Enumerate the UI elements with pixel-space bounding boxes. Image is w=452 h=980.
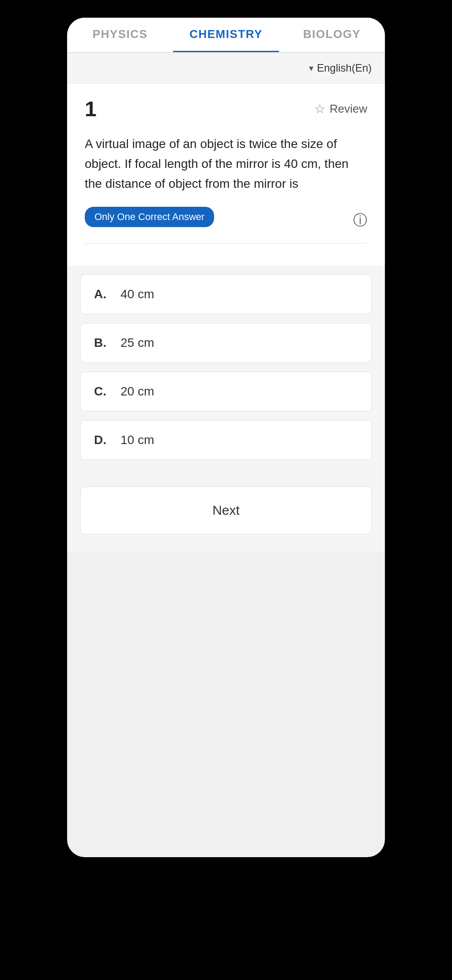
tab-biology[interactable]: BIOLOGY (279, 18, 385, 52)
option-a-label: A. (94, 287, 112, 301)
divider (85, 243, 367, 243)
question-container: 1 ☆ Review A virtual image of an object … (67, 84, 385, 266)
tab-bar: PHYSICS CHEMISTRY BIOLOGY (67, 18, 385, 53)
language-bar: ▾ English(En) (67, 53, 385, 84)
chevron-down-icon: ▾ (309, 63, 313, 73)
option-c[interactable]: C. 20 cm (80, 372, 372, 411)
info-icon[interactable]: ⓘ (353, 211, 367, 230)
option-d-label: D. (94, 433, 112, 447)
badge-row: Only One Correct Answer ⓘ (85, 207, 367, 234)
star-icon: ☆ (314, 102, 325, 116)
language-label: English(En) (317, 62, 372, 74)
language-selector[interactable]: ▾ English(En) (309, 62, 372, 74)
option-b[interactable]: B. 25 cm (80, 323, 372, 363)
question-number: 1 (85, 97, 97, 121)
option-a[interactable]: A. 40 cm (80, 274, 372, 314)
question-header: 1 ☆ Review (85, 97, 367, 121)
next-button[interactable]: Next (80, 486, 372, 534)
tab-chemistry[interactable]: CHEMISTRY (173, 18, 279, 52)
option-b-label: B. (94, 336, 112, 350)
option-d-text: 10 cm (121, 433, 154, 447)
options-container: A. 40 cm B. 25 cm C. 20 cm D. 10 cm (67, 266, 385, 478)
next-button-container: Next (67, 478, 385, 552)
question-text: A virtual image of an object is twice th… (85, 134, 367, 194)
option-c-label: C. (94, 384, 112, 399)
review-button[interactable]: ☆ Review (314, 102, 367, 116)
answer-type-badge: Only One Correct Answer (85, 207, 214, 227)
tab-physics[interactable]: PHYSICS (67, 18, 173, 52)
review-label: Review (330, 102, 367, 116)
phone-container: PHYSICS CHEMISTRY BIOLOGY ▾ English(En) … (67, 18, 385, 857)
option-a-text: 40 cm (121, 287, 154, 301)
option-b-text: 25 cm (121, 336, 154, 350)
option-d[interactable]: D. 10 cm (80, 420, 372, 460)
option-c-text: 20 cm (121, 384, 154, 399)
